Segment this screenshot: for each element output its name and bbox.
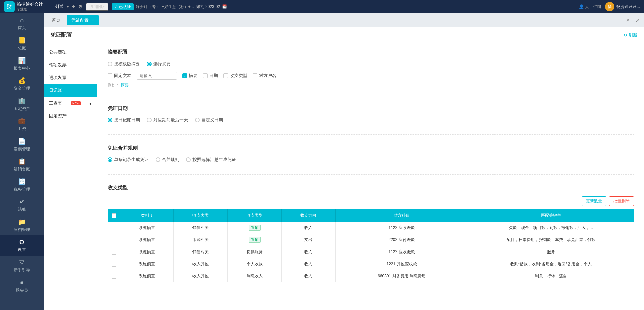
checkbox-date-box <box>203 73 208 78</box>
merge-title: 凭证合并规则 <box>108 145 634 151</box>
row-account-0: 1122 应收账款 <box>335 222 468 234</box>
row-checkbox-4[interactable] <box>108 270 120 282</box>
sidebar-item-funds[interactable]: 💰 资金管理 <box>0 74 44 94</box>
left-menu-payroll[interactable]: 工资表 NEW ▾ <box>44 97 97 110</box>
checkbox-fixed-text[interactable]: 固定文本 <box>108 73 131 79</box>
tax-icon: 🧾 <box>18 178 26 185</box>
radio-journal-date[interactable]: 按日记账日期 <box>108 117 140 123</box>
sidebar-item-tax[interactable]: 🧾 税务管理 <box>0 175 44 195</box>
sidebar-item-settings[interactable]: ⚙ 设置 <box>0 235 44 256</box>
topbar-right: 👤 人工咨询 畅 畅捷通旺旺... <box>579 2 640 11</box>
left-menu-sales-invoice[interactable]: 销项发票 <box>44 59 97 71</box>
row-sub-type-4: 利息收入 <box>227 270 281 282</box>
row-direction-3: 收入 <box>282 258 335 270</box>
topbar: 财 畅捷通好会计 专业版 测试 ▾ + ⚙ 切到旧版 ✓ 已认证 好会计（专） … <box>0 0 644 13</box>
radio-custom-circle <box>195 118 200 122</box>
delete-button[interactable]: 批量删除 <box>609 196 634 206</box>
close-window-icon[interactable]: ✕ <box>625 16 631 24</box>
checkbox-income-type[interactable]: 收支类型 <box>223 73 247 79</box>
checkbox-summary[interactable]: ✓ 摘要 <box>182 73 198 79</box>
main-layout: ⌂ 首页 📒 总账 📊 报表中心 💰 资金管理 🏢 固定资产 💼 工资 📄 发票… <box>0 13 644 310</box>
sidebar-item-ledger[interactable]: 📒 总账 <box>0 34 44 54</box>
refresh-button[interactable]: ↺ 刷新 <box>624 32 637 38</box>
tab-voucher-config[interactable]: 凭证配置 × <box>67 15 99 25</box>
top-tag-1[interactable]: 置顶 <box>249 237 261 243</box>
row-checkbox-box-2[interactable] <box>112 250 116 255</box>
sidebar-item-member[interactable]: ★ 畅会员 <box>0 276 44 296</box>
radio-template-circle <box>108 62 112 66</box>
guide-icon: ▽ <box>19 259 24 266</box>
checkbox-counterparty[interactable]: 对方户名 <box>253 73 276 79</box>
radio-summary-generate[interactable]: 按照选择汇总生成凭证 <box>186 157 236 163</box>
fixed-text-input[interactable] <box>137 72 177 80</box>
left-menu-purchase-invoice[interactable]: 进项发票 <box>44 71 97 84</box>
salary-icon: 💼 <box>18 117 26 125</box>
service-button[interactable]: 👤 人工咨询 <box>579 4 601 10</box>
table-row: 系统预置销售相关置顶收入1122 应收账款欠款，现金，项目款，到款，报销款，汇入… <box>108 222 634 234</box>
select-all-checkbox[interactable] <box>112 213 116 218</box>
sidebar-item-salary[interactable]: 💼 工资 <box>0 114 44 134</box>
row-main-type-4: 收入其他 <box>174 270 227 282</box>
merge-radio-group: 单条记录生成凭证 合并规则 按照选择汇总生成凭证 <box>108 157 634 163</box>
left-menu-public[interactable]: 公共选项 <box>44 46 97 59</box>
update-button[interactable]: 更新数量 <box>582 196 606 206</box>
topbar-tags: ✓ 已认证 好会计（专） +好生意（标）+... 账期 2023-02 📅 <box>112 3 575 10</box>
radio-merge[interactable]: 合并规则 <box>156 157 179 163</box>
th-category[interactable]: 类别 ↓ <box>120 209 174 222</box>
row-checkbox-2[interactable] <box>108 246 120 258</box>
left-menu-journal[interactable]: 日记账 <box>44 84 97 97</box>
row-checkbox-box-1[interactable] <box>112 238 116 242</box>
row-checkbox-1[interactable] <box>108 234 120 246</box>
company-arrow-icon[interactable]: ▾ <box>67 5 69 9</box>
switch-old-button[interactable]: 切到旧版 <box>86 3 108 11</box>
th-checkbox[interactable] <box>108 209 120 222</box>
sidebar-item-assets[interactable]: 🏢 固定资产 <box>0 94 44 114</box>
checkbox-date[interactable]: 日期 <box>203 73 218 79</box>
assets-icon: 🏢 <box>18 97 26 105</box>
radio-period-last[interactable]: 对应期间最后一天 <box>147 117 188 123</box>
row-account-3: 1221 其他应收款 <box>335 258 468 270</box>
content-inner: 凭证配置 ↺ 刷新 公共选项 销项发票 <box>44 27 644 310</box>
tab-home[interactable]: 首页 <box>47 15 65 25</box>
user-info: 畅 畅捷通旺旺... <box>605 2 640 11</box>
row-main-type-1: 采购相关 <box>174 234 227 246</box>
row-checkbox-box-0[interactable] <box>112 226 116 230</box>
example-text: 例如： 摘要 <box>108 82 634 88</box>
row-checkbox-box-3[interactable] <box>112 262 116 267</box>
row-main-type-2: 销售相关 <box>174 246 227 258</box>
accounting-tag: 好会计（专） <box>136 4 160 10</box>
sidebar-item-reports[interactable]: 📊 报表中心 <box>0 54 44 74</box>
app-name: 畅捷通好会计 <box>17 2 43 7</box>
radio-merge-circle <box>156 157 160 162</box>
radio-select[interactable]: 选择摘要 <box>147 61 171 67</box>
row-keywords-1: 项目，日常费用，报销款，车费，承兑汇票，付款 <box>468 234 634 246</box>
page-header: 凭证配置 ↺ 刷新 <box>44 27 644 42</box>
sidebar-item-settlement[interactable]: ✔ 结账 <box>0 195 44 215</box>
calendar-icon[interactable]: 📅 <box>222 4 227 9</box>
sidebar-item-guide[interactable]: ▽ 新手引导 <box>0 256 44 276</box>
new-badge: NEW <box>71 101 81 105</box>
row-keywords-2: 服务 <box>468 246 634 258</box>
funds-icon: 💰 <box>18 77 26 84</box>
sidebar-item-purchases[interactable]: 📋 进销台账 <box>0 155 44 175</box>
gear-icon[interactable]: ⚙ <box>78 4 83 9</box>
row-checkbox-3[interactable] <box>108 258 120 270</box>
row-category-4: 系统预置 <box>120 270 174 282</box>
sidebar-item-archive[interactable]: 📁 归档管理 <box>0 215 44 235</box>
tab-close-icon[interactable]: × <box>92 18 94 22</box>
row-checkbox-box-4[interactable] <box>112 274 116 279</box>
top-tag-0[interactable]: 置顶 <box>249 225 261 231</box>
radio-single-circle <box>108 157 112 162</box>
sidebar-item-invoice[interactable]: 📄 发票管理 <box>0 134 44 155</box>
income-title: 收支类型 <box>108 185 634 191</box>
sidebar-label-home: 首页 <box>18 25 26 31</box>
radio-custom[interactable]: 自定义日期 <box>195 117 223 123</box>
sidebar-item-home[interactable]: ⌂ 首页 <box>0 13 44 34</box>
add-icon[interactable]: + <box>72 4 75 10</box>
radio-single[interactable]: 单条记录生成凭证 <box>108 157 149 163</box>
radio-template[interactable]: 按模板版摘要 <box>108 61 140 67</box>
left-menu-fixed-assets[interactable]: 固定资产 <box>44 110 97 122</box>
maximize-icon[interactable]: ⤢ <box>634 16 641 24</box>
row-checkbox-0[interactable] <box>108 222 120 234</box>
reports-icon: 📊 <box>18 57 26 64</box>
